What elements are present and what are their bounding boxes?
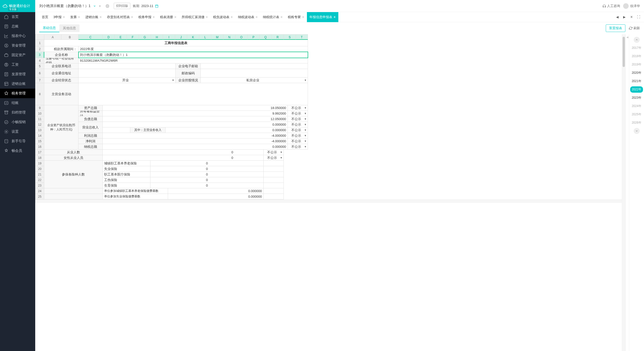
nav-item-guide[interactable]: 新手引导 [0,136,35,146]
close-icon[interactable]: ✕ [63,15,65,19]
column-header[interactable]: I [163,34,175,40]
close-icon[interactable]: ✕ [333,15,336,19]
row-header[interactable]: 8 [35,83,44,105]
vertical-scrollbar[interactable] [622,34,625,351]
tab[interactable]: 存货别名对照表✕ [104,12,136,22]
gear-icon[interactable] [106,4,109,8]
dropdown-cell[interactable]: 不公示▼ [288,127,308,133]
column-header[interactable]: P [248,34,260,40]
field-value[interactable]: 0 [103,155,264,161]
row-header[interactable]: 16 [35,144,44,150]
column-header[interactable]: R [272,34,284,40]
tab[interactable]: 所得税汇算清缴✕ [179,12,211,22]
nav-item-chart[interactable]: 报表中心 [0,31,35,41]
field-value[interactable]: 0 [150,183,264,188]
tab[interactable]: 发票✕ [68,12,83,22]
close-icon[interactable]: ✕ [206,15,208,19]
tab[interactable]: 进销台账✕ [83,12,104,22]
refresh-button[interactable]: 刷新 [629,26,640,30]
subtab-basic[interactable]: 基础信息 [39,24,59,32]
column-header[interactable]: E [115,34,127,40]
dropdown-cell[interactable]: 不公示▼ [288,138,308,144]
close-icon[interactable]: ✕ [255,15,258,19]
close-icon[interactable]: ✕ [99,15,102,19]
field-value[interactable]: -4.000000 [103,133,288,138]
field-value[interactable] [201,63,308,69]
column-header[interactable]: H [151,34,163,40]
field-value[interactable]: 0 [150,161,264,166]
row-header[interactable]: 3 [35,52,44,58]
close-icon[interactable]: ✕ [174,15,177,19]
field-value[interactable]: 0 [150,177,264,183]
row-header[interactable]: 5 [35,63,44,69]
company-name-cell[interactable]: 刘小艳演示账套（勿删勿动！）1 [78,52,308,58]
close-icon[interactable]: ✕ [152,15,155,19]
nav-item-ledger[interactable]: 总账 [0,22,35,31]
column-header[interactable]: K [187,34,199,40]
tab[interactable]: 纳税波动表✕ [235,12,260,22]
close-icon[interactable]: ✕ [78,15,80,19]
dropdown-cell[interactable]: 不公示▼ [288,105,308,111]
column-header[interactable]: J [175,34,187,40]
field-value[interactable]: 0.000000 [103,144,288,150]
tabs-next-icon[interactable]: ▶ [621,14,627,20]
column-header[interactable]: M [211,34,223,40]
nav-item-settings[interactable]: 设置 [0,127,35,136]
column-header[interactable]: D [103,34,115,40]
nav-item-member[interactable]: 畅会员 [0,146,35,156]
tabs-prev-icon[interactable]: ◀ [614,14,620,20]
dropdown-cell[interactable]: 不公示▼ [264,150,284,155]
field-value[interactable] [78,63,176,69]
calendar-icon[interactable] [155,4,158,8]
dropdown-cell[interactable]: 私营企业▼ [201,78,308,83]
column-header[interactable]: A [44,34,61,40]
row-header[interactable]: 21 [35,172,44,177]
select-all-cell[interactable] [35,34,44,40]
panel-collapse-icon[interactable]: ◀ [626,36,628,39]
year-item[interactable]: 2020年 [630,70,643,76]
column-header[interactable]: T [296,34,308,40]
year-item[interactable]: 2023年 [630,95,643,101]
close-icon[interactable]: ✕ [280,15,283,19]
field-value[interactable]: 9.992000 [103,111,288,116]
row-header[interactable]: 23 [35,183,44,188]
row-header[interactable]: 18 [35,155,44,161]
column-header[interactable]: L [199,34,211,40]
row-header[interactable]: 19 [35,161,44,166]
user-menu[interactable]: 徐泽华 [623,3,640,9]
field-value[interactable]: 12.050000 [103,116,288,122]
nav-item-psi[interactable]: 进销台账 [0,79,35,89]
horizontal-scrollbar[interactable] [35,199,622,203]
tab[interactable]: 税表清册✕ [157,12,179,22]
consult-button[interactable]: 人工咨询 [602,4,620,8]
column-header[interactable]: O [235,34,248,40]
row-header[interactable]: 9 [35,105,44,111]
field-value[interactable] [78,69,176,78]
row-header[interactable]: 17 [35,150,44,155]
row-header[interactable]: 24 [35,188,44,194]
tab[interactable]: 年报信息申报表✕ [307,12,338,22]
dropdown-cell[interactable]: 开业▼ [78,78,176,83]
nav-item-asset[interactable]: 固定资产 [0,50,35,60]
column-header[interactable]: F [127,34,139,40]
dropdown-cell[interactable]: 不公示▼ [288,144,308,150]
row-header[interactable]: 10 [35,111,44,116]
nav-item-tax[interactable]: 税务管理 [0,89,35,98]
row-header[interactable]: 25 [35,194,44,199]
row-header[interactable]: 14 [35,133,44,138]
tab[interactable]: 税检专家✕ [285,12,307,22]
spreadsheet[interactable]: ABCDEFGHIJKLMNOPQRST 1工商年报信息表2税款所属期间：202… [35,34,622,351]
close-icon[interactable]: ✕ [230,15,233,19]
year-up-icon[interactable] [634,37,640,43]
field-value[interactable]: 0.000000 [103,122,288,127]
tab[interactable]: 税负波动表✕ [211,12,235,22]
column-header[interactable]: S [284,34,296,40]
column-header[interactable]: N [223,34,235,40]
year-item[interactable]: 2022年 [630,86,643,93]
row-header[interactable]: 12 [35,122,44,127]
tab[interactable]: 首页 [39,12,51,22]
row-header[interactable]: 7 [35,78,44,83]
dropdown-cell[interactable]: 不公示▼ [264,155,284,161]
nav-item-close-acct[interactable]: 结账 [0,98,35,108]
field-value[interactable]: 18.050000 [103,105,288,111]
